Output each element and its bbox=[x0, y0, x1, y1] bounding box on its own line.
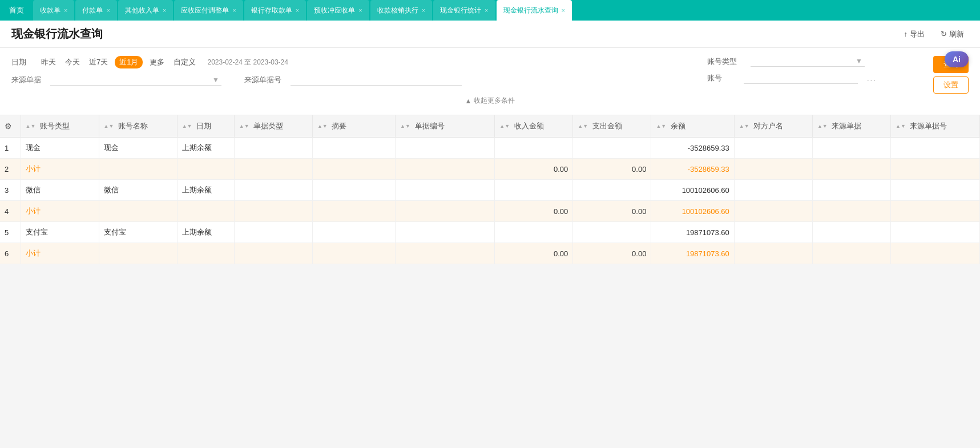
table-row[interactable]: 3微信微信上期余额100102606.60 bbox=[0, 180, 980, 201]
sort-source-doc-icon[interactable]: ▲▼ bbox=[817, 124, 828, 129]
nav-tab-1[interactable]: 付款单 × bbox=[75, 0, 116, 21]
close-tab-7-icon[interactable]: × bbox=[485, 7, 488, 14]
settings-button[interactable]: 设置 bbox=[933, 76, 969, 94]
sort-source-doc-no-icon[interactable]: ▲▼ bbox=[896, 124, 906, 129]
sort-balance-icon[interactable]: ▲▼ bbox=[656, 124, 666, 129]
sort-acct-type-icon[interactable]: ▲▼ bbox=[26, 124, 36, 129]
acct-input[interactable] bbox=[744, 72, 858, 84]
nav-tab-8[interactable]: 现金银行流水查询 × bbox=[497, 0, 572, 21]
cell-doc-type bbox=[234, 222, 312, 243]
th-doc-no: ▲▼ 单据编号 bbox=[396, 115, 495, 138]
acct-dots[interactable]: ... bbox=[867, 74, 877, 83]
cell-counterpart bbox=[734, 180, 812, 201]
row-no: 1 bbox=[0, 138, 21, 159]
cell-income bbox=[495, 222, 573, 243]
th-counterpart: ▲▼ 对方户名 bbox=[734, 115, 812, 138]
cell-doc-no bbox=[396, 222, 495, 243]
collapse-label: 收起更多条件 bbox=[474, 96, 515, 106]
close-tab-8-icon[interactable]: × bbox=[562, 7, 565, 14]
cell-doc-no bbox=[396, 243, 495, 264]
cell-summary bbox=[312, 201, 395, 222]
th-expense: ▲▼ 支出金额 bbox=[573, 115, 651, 138]
cell-source-doc bbox=[812, 243, 890, 264]
sort-doc-no-icon[interactable]: ▲▼ bbox=[400, 124, 410, 129]
cell-income bbox=[495, 138, 573, 159]
table-row[interactable]: 6小计0.000.0019871073.60 bbox=[0, 243, 980, 264]
near1m-btn[interactable]: 近1月 bbox=[115, 56, 143, 68]
export-button[interactable]: ↑ 导出 bbox=[900, 27, 930, 42]
top-nav: 首页 收款单 × 付款单 × 其他收入单 × 应收应付调整单 × 银行存取款单 … bbox=[0, 0, 980, 21]
sort-counterpart-icon[interactable]: ▲▼ bbox=[739, 124, 749, 129]
acct-type-select[interactable]: ▼ bbox=[751, 56, 865, 67]
cell-balance: 19871073.60 bbox=[651, 243, 734, 264]
cell-balance: -3528659.33 bbox=[651, 138, 734, 159]
collapse-bar[interactable]: ▲ 收起更多条件 bbox=[11, 94, 969, 110]
source-doc-no-input[interactable] bbox=[291, 74, 462, 86]
cell-source-doc bbox=[812, 138, 890, 159]
table-row[interactable]: 5支付宝支付宝上期余额19871073.60 bbox=[0, 222, 980, 243]
nav-tab-7[interactable]: 现金银行统计 × bbox=[433, 0, 495, 21]
nav-tab-3[interactable]: 应收应付调整单 × bbox=[174, 0, 243, 21]
cell-acct-type: 小计 bbox=[21, 243, 99, 264]
close-tab-3-icon[interactable]: × bbox=[232, 7, 236, 14]
cell-date bbox=[177, 243, 234, 264]
collapse-up-icon: ▲ bbox=[465, 97, 472, 105]
source-doc-arrow-icon: ▼ bbox=[212, 76, 219, 84]
table-row[interactable]: 1现金现金上期余额-3528659.33 bbox=[0, 138, 980, 159]
cell-expense: 0.00 bbox=[573, 243, 651, 264]
sort-date-icon[interactable]: ▲▼ bbox=[182, 124, 192, 129]
cell-summary bbox=[312, 138, 395, 159]
cell-acct-name bbox=[99, 243, 177, 264]
table-row[interactable]: 2小计0.000.00-3528659.33 bbox=[0, 159, 980, 180]
cell-balance: 100102606.60 bbox=[651, 201, 734, 222]
sort-income-icon[interactable]: ▲▼ bbox=[499, 124, 510, 129]
close-tab-0-icon[interactable]: × bbox=[64, 7, 67, 14]
th-income: ▲▼ 收入金额 bbox=[495, 115, 573, 138]
acct-label: 账号 bbox=[707, 73, 730, 83]
filter-source-row: 来源单据 ▼ 来源单据号 bbox=[11, 74, 698, 86]
gear-icon[interactable]: ⚙ bbox=[5, 122, 12, 131]
nav-tab-2[interactable]: 其他收入单 × bbox=[118, 0, 173, 21]
today-btn[interactable]: 今天 bbox=[63, 56, 82, 68]
cell-doc-type bbox=[234, 201, 312, 222]
th-doc-type: ▲▼ 单据类型 bbox=[234, 115, 312, 138]
refresh-button[interactable]: ↻ 刷新 bbox=[936, 27, 969, 42]
cell-expense bbox=[573, 138, 651, 159]
close-tab-6-icon[interactable]: × bbox=[422, 7, 425, 14]
main-table: ⚙ ▲▼ 账号类型 ▲▼ 账号名称 ▲▼ 日期 ▲▼ 单据类型 bbox=[0, 115, 980, 264]
cell-source-doc-no bbox=[890, 243, 979, 264]
nav-tab-0[interactable]: 收款单 × bbox=[33, 0, 74, 21]
near7-btn[interactable]: 近7天 bbox=[87, 56, 110, 68]
cell-balance: 100102606.60 bbox=[651, 180, 734, 201]
cell-expense: 0.00 bbox=[573, 159, 651, 180]
source-doc-select[interactable]: ▼ bbox=[50, 75, 221, 86]
close-tab-2-icon[interactable]: × bbox=[163, 7, 166, 14]
close-tab-4-icon[interactable]: × bbox=[296, 7, 299, 14]
nav-tab-5[interactable]: 预收冲应收单 × bbox=[307, 0, 369, 21]
custom-btn[interactable]: 自定义 bbox=[171, 56, 198, 68]
cell-summary bbox=[312, 159, 395, 180]
more-btn[interactable]: 更多 bbox=[147, 56, 167, 68]
nav-tab-4[interactable]: 银行存取款单 × bbox=[244, 0, 306, 21]
cell-source-doc-no bbox=[890, 201, 979, 222]
sort-expense-icon[interactable]: ▲▼ bbox=[578, 124, 588, 129]
row-no: 2 bbox=[0, 159, 21, 180]
cell-expense bbox=[573, 222, 651, 243]
sort-acct-name-icon[interactable]: ▲▼ bbox=[104, 124, 114, 129]
nav-home[interactable]: 首页 bbox=[0, 0, 33, 21]
cell-acct-type: 支付宝 bbox=[21, 222, 99, 243]
close-tab-5-icon[interactable]: × bbox=[358, 7, 362, 14]
sort-doc-type-icon[interactable]: ▲▼ bbox=[239, 124, 249, 129]
table-row[interactable]: 4小计0.000.00100102606.60 bbox=[0, 201, 980, 222]
cell-source-doc bbox=[812, 222, 890, 243]
th-source-doc: ▲▼ 来源单据 bbox=[812, 115, 890, 138]
nav-tab-6[interactable]: 收款核销执行 × bbox=[370, 0, 432, 21]
yesterday-btn[interactable]: 昨天 bbox=[39, 56, 58, 68]
cell-date: 上期余额 bbox=[177, 138, 234, 159]
close-tab-1-icon[interactable]: × bbox=[106, 7, 110, 14]
cell-expense: 0.00 bbox=[573, 201, 651, 222]
date-range-display: 2023-02-24 至 2023-03-24 bbox=[207, 58, 288, 67]
ai-badge[interactable]: Ai bbox=[945, 51, 969, 67]
sort-summary-icon[interactable]: ▲▼ bbox=[317, 124, 328, 129]
page-header: 现金银行流水查询 ↑ 导出 ↻ 刷新 bbox=[0, 21, 980, 48]
